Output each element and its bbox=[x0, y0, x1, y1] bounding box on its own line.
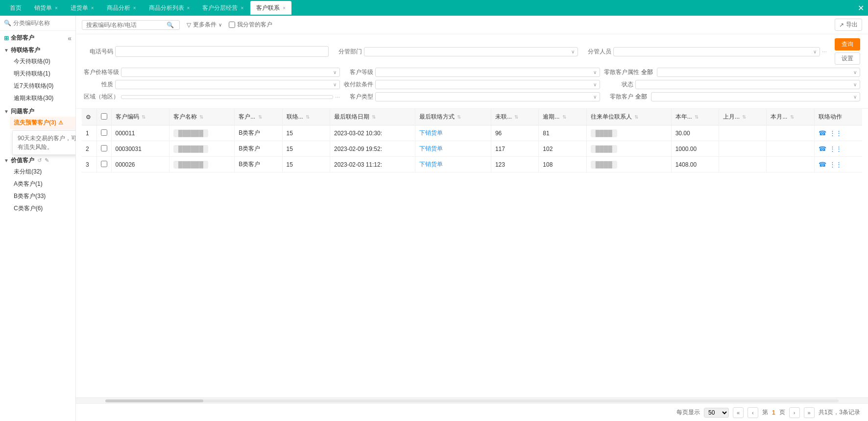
search-wrap: 🔍 bbox=[82, 20, 180, 30]
cell-checkbox[interactable] bbox=[96, 141, 111, 157]
customer-type-select[interactable]: ∨ bbox=[375, 92, 600, 101]
payment-select[interactable]: ∨ bbox=[375, 80, 600, 89]
sort-icon-method[interactable]: ⇅ bbox=[457, 114, 461, 120]
sort-icon-date[interactable]: ⇅ bbox=[372, 114, 376, 120]
sort-icon-overdue[interactable]: ⇅ bbox=[562, 114, 566, 120]
page-first-btn[interactable]: « bbox=[733, 407, 744, 418]
cell-last-method[interactable]: 下销货单 bbox=[415, 157, 491, 173]
sidebar-item-tomorrow[interactable]: 明天待联络(1) bbox=[10, 68, 75, 80]
filter-actions: 查询 设置 bbox=[835, 38, 860, 65]
more-action-icon[interactable]: ⋮⋮ bbox=[829, 161, 842, 168]
horizontal-scrollbar[interactable] bbox=[76, 397, 868, 403]
phone-input[interactable] bbox=[115, 46, 329, 57]
tab-analysis-close[interactable]: × bbox=[133, 5, 136, 11]
payment-label: 收付款条件 bbox=[344, 80, 373, 89]
section-problem-label: 问题客户 bbox=[11, 107, 34, 116]
export-btn[interactable]: ↗ 导出 bbox=[835, 19, 862, 31]
sidebar-item-overdue[interactable]: 逾期未联络(30) bbox=[10, 92, 75, 104]
manager-dots[interactable]: ··· bbox=[822, 48, 827, 55]
sort-icon-no-contact[interactable]: ⇅ bbox=[514, 114, 518, 120]
zero-cust-val: 全部 bbox=[635, 93, 647, 101]
my-customers-checkbox[interactable] bbox=[229, 22, 235, 28]
cell-contact-count: 15 bbox=[282, 141, 330, 157]
sidebar-item-a-class[interactable]: A类客户(1) bbox=[10, 178, 75, 190]
tab-sales[interactable]: 销货单 × bbox=[28, 1, 64, 15]
region-select[interactable] bbox=[121, 95, 333, 99]
contact-icon[interactable]: ☎ bbox=[819, 161, 826, 168]
cell-checkbox[interactable] bbox=[96, 125, 111, 141]
refresh-icon[interactable]: ↺ bbox=[37, 157, 42, 164]
zero-cust-select[interactable]: ∨ bbox=[651, 92, 860, 101]
tab-customer-contact-close[interactable]: × bbox=[283, 5, 286, 11]
top-tab-bar: 首页 销货单 × 进货单 × 商品分析 × 商品分析列表 × 客户分层经营 × … bbox=[0, 0, 868, 16]
sidebar-search-input[interactable] bbox=[13, 20, 76, 26]
tab-customer-contact[interactable]: 客户联系 × bbox=[250, 1, 291, 15]
sort-icon-last-month[interactable]: ⇅ bbox=[742, 114, 746, 120]
sidebar-item-today-label: 今天待联络(0) bbox=[14, 57, 50, 66]
tab-analysis-list[interactable]: 商品分析列表 × bbox=[143, 1, 196, 15]
cell-last-method[interactable]: 下销货单 bbox=[415, 141, 491, 157]
th-settings[interactable]: ⚙ bbox=[82, 109, 96, 125]
price-grade-select[interactable]: ∨ bbox=[121, 68, 340, 77]
region-dots[interactable]: ··· bbox=[335, 94, 340, 100]
query-button[interactable]: 查询 bbox=[835, 38, 860, 50]
value-items: 未分组(32) A类客户(1) B类客户(33) C类客户(6) bbox=[0, 166, 75, 215]
th-checkbox[interactable] bbox=[96, 109, 111, 125]
page-prev-btn[interactable]: ‹ bbox=[747, 407, 758, 418]
more-action-icon[interactable]: ⋮⋮ bbox=[829, 145, 842, 152]
contact-icon[interactable]: ☎ bbox=[819, 145, 826, 152]
tab-customer-layer-close[interactable]: × bbox=[241, 5, 243, 11]
search-icon[interactable]: 🔍 bbox=[167, 22, 174, 28]
manager-select[interactable]: ∨ bbox=[613, 47, 820, 56]
sort-icon-this-year[interactable]: ⇅ bbox=[695, 114, 699, 120]
table-row: 200030031██████B类客户152023-02-09 19:52:下销… bbox=[82, 141, 862, 157]
contact-icon[interactable]: ☎ bbox=[819, 129, 826, 137]
tab-analysis[interactable]: 商品分析 × bbox=[101, 1, 142, 15]
zero-attr-select[interactable]: ∨ bbox=[657, 68, 860, 77]
tab-customer-layer[interactable]: 客户分层经营 × bbox=[196, 1, 249, 15]
sidebar-section-pending[interactable]: ▼ 待联络客户 bbox=[0, 43, 75, 55]
settings-button[interactable]: 设置 bbox=[835, 52, 860, 65]
per-page-select[interactable]: 50 20 100 bbox=[704, 408, 729, 418]
sidebar-all-customers[interactable]: ⊞ 全部客户 « bbox=[0, 31, 75, 43]
sort-icon-person[interactable]: ⇅ bbox=[634, 114, 638, 120]
tab-home[interactable]: 首页 bbox=[4, 1, 27, 15]
tab-analysis-list-close[interactable]: × bbox=[187, 5, 190, 11]
edit-icon[interactable]: ✎ bbox=[45, 157, 49, 164]
tab-sales-close[interactable]: × bbox=[55, 5, 58, 11]
sidebar-item-b-class[interactable]: B类客户(33) bbox=[10, 190, 75, 202]
cell-last-method[interactable]: 下销货单 bbox=[415, 125, 491, 141]
tab-purchase[interactable]: 进货单 × bbox=[65, 1, 100, 15]
sort-icon-this-month[interactable]: ⇅ bbox=[790, 114, 794, 120]
sort-icon-name[interactable]: ⇅ bbox=[199, 114, 203, 120]
sidebar-item-today[interactable]: 今天待联络(0) bbox=[10, 55, 75, 68]
last-method-link[interactable]: 下销货单 bbox=[419, 129, 443, 136]
more-conditions-btn[interactable]: ▽ 更多条件 ∨ bbox=[184, 19, 225, 30]
scrollbar-thumb[interactable] bbox=[105, 399, 203, 402]
dept-select[interactable]: ∨ bbox=[364, 47, 578, 56]
select-all-checkbox[interactable] bbox=[101, 113, 107, 120]
sidebar-section-problem[interactable]: ▼ 问题客户 bbox=[0, 104, 75, 117]
sidebar-item-churn-warning[interactable]: 流失预警客户(3) ⚠ bbox=[10, 117, 75, 129]
collapse-icon[interactable]: « bbox=[68, 34, 72, 42]
sidebar-item-7days[interactable]: 近7天待联络(0) bbox=[10, 80, 75, 92]
window-close-icon[interactable]: ✕ bbox=[858, 3, 864, 13]
page-next-btn[interactable]: › bbox=[789, 407, 800, 418]
sort-icon-code[interactable]: ⇅ bbox=[142, 114, 145, 120]
sort-icon-category[interactable]: ⇅ bbox=[258, 114, 262, 120]
gender-select[interactable]: ∨ bbox=[115, 80, 340, 89]
settings-icon[interactable]: ⚙ bbox=[86, 114, 91, 121]
sort-icon-contact[interactable]: ⇅ bbox=[306, 114, 310, 120]
page-last-btn[interactable]: » bbox=[804, 407, 815, 418]
status-select[interactable]: ∨ bbox=[635, 80, 860, 89]
last-method-link[interactable]: 下销货单 bbox=[419, 145, 443, 152]
sidebar-item-ungroup[interactable]: 未分组(32) bbox=[10, 166, 75, 178]
more-action-icon[interactable]: ⋮⋮ bbox=[829, 129, 842, 137]
search-input[interactable] bbox=[86, 22, 165, 28]
cell-checkbox[interactable] bbox=[96, 157, 111, 173]
sidebar-section-value[interactable]: ▼ 价值客户 ↺ ✎ bbox=[0, 153, 75, 166]
grade-select[interactable]: ∨ bbox=[375, 68, 600, 77]
tab-purchase-close[interactable]: × bbox=[91, 5, 94, 11]
sidebar-item-c-class[interactable]: C类客户(6) bbox=[10, 202, 75, 215]
last-method-link[interactable]: 下销货单 bbox=[419, 161, 443, 168]
